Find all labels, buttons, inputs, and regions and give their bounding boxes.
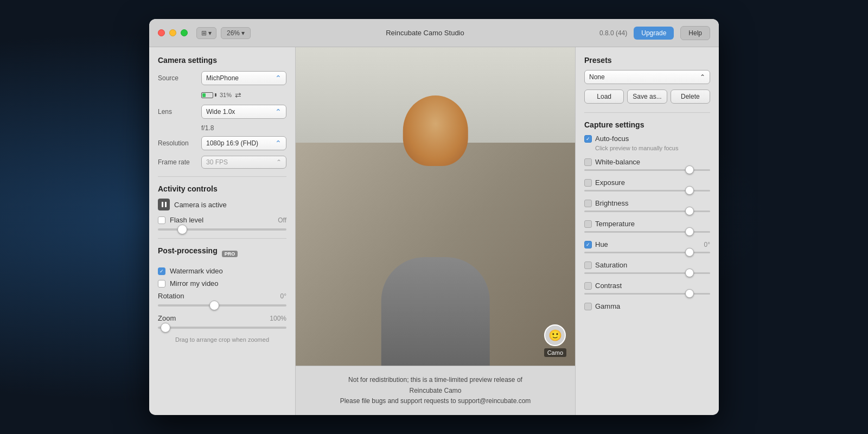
saturation-thumb[interactable] xyxy=(685,269,694,277)
notice-line2: Reincubate Camo xyxy=(409,387,461,394)
lens-select[interactable]: Wide 1.0x ⌃ xyxy=(201,105,286,119)
gamma-label: Gamma xyxy=(595,302,710,310)
flash-row: Flash level Off xyxy=(158,216,286,224)
zoom-label-left: Zoom xyxy=(158,314,176,322)
post-processing-header: Post-processing PRO xyxy=(158,246,286,261)
save-as-button[interactable]: Save as... xyxy=(627,90,667,104)
left-panel: Camera settings Source MichPhone ⌃ 31% ⇄ xyxy=(149,47,296,415)
resolution-select[interactable]: 1080p 16:9 (FHD) ⌃ xyxy=(201,136,286,150)
person-head xyxy=(403,95,468,166)
exposure-setting: Exposure xyxy=(584,178,710,192)
center-panel: 🙂 Camo Not for redistribution; this is a… xyxy=(296,47,575,415)
flash-slider-thumb[interactable] xyxy=(177,225,187,234)
exposure-header: Exposure xyxy=(584,178,710,187)
camo-avatar: 🙂 xyxy=(544,324,566,346)
layout-icon: ⊞ xyxy=(201,29,207,37)
contrast-label: Contrast xyxy=(595,282,710,290)
load-button[interactable]: Load xyxy=(584,90,624,104)
hue-setting: Hue 0° xyxy=(584,240,710,253)
capture-settings-title: Capture settings xyxy=(584,120,710,129)
divider-2 xyxy=(158,238,286,239)
contrast-slider[interactable] xyxy=(584,293,710,295)
camo-overlay: 🙂 Camo xyxy=(544,324,566,357)
presets-select[interactable]: None ⌃ xyxy=(584,70,710,84)
mirror-checkbox[interactable] xyxy=(158,280,165,288)
watermark-checkbox[interactable] xyxy=(158,267,165,275)
camera-active-row: Camera is active xyxy=(158,199,286,210)
upgrade-button[interactable]: Upgrade xyxy=(634,27,674,40)
exposure-slider[interactable] xyxy=(584,190,710,192)
exposure-label: Exposure xyxy=(595,178,710,187)
frame-rate-select: 30 FPS ⌃ xyxy=(201,156,286,169)
activity-title: Activity controls xyxy=(158,184,286,193)
delete-button[interactable]: Delete xyxy=(671,90,710,104)
pause-button[interactable] xyxy=(158,199,170,210)
temperature-header: Temperature xyxy=(584,220,710,228)
brightness-thumb[interactable] xyxy=(685,207,694,215)
focal-ratio: f/1.8 xyxy=(201,124,286,132)
battery-row: 31% ⇄ xyxy=(201,91,286,99)
saturation-setting: Saturation xyxy=(584,261,710,274)
zoom-slider[interactable] xyxy=(158,327,286,329)
saturation-slider[interactable] xyxy=(584,272,710,274)
saturation-checkbox[interactable] xyxy=(584,261,592,269)
white-balance-slider[interactable] xyxy=(584,169,710,171)
battery-tip xyxy=(215,93,216,97)
autofocus-checkbox[interactable] xyxy=(584,135,592,143)
white-balance-setting: White-balance xyxy=(584,158,710,171)
activity-section: Activity controls Camera is active Flash… xyxy=(158,184,286,231)
flash-slider[interactable] xyxy=(158,228,286,231)
source-row: Source MichPhone ⌃ xyxy=(158,71,286,85)
temperature-thumb[interactable] xyxy=(685,227,694,236)
hue-slider[interactable] xyxy=(584,252,710,253)
temperature-slider[interactable] xyxy=(584,231,710,233)
contrast-thumb[interactable] xyxy=(685,289,694,298)
pause-bar-1 xyxy=(162,202,163,207)
contrast-checkbox[interactable] xyxy=(584,282,592,290)
source-label: Source xyxy=(158,74,201,82)
lens-value: Wide 1.0x xyxy=(206,108,235,116)
flash-checkbox[interactable] xyxy=(158,216,165,224)
person xyxy=(337,79,533,366)
zoom-slider-thumb[interactable] xyxy=(161,323,170,333)
brightness-setting: Brightness xyxy=(584,199,710,212)
zoom-row: Zoom 100% xyxy=(158,314,286,322)
white-balance-checkbox[interactable] xyxy=(584,158,592,166)
frame-rate-value: 30 FPS xyxy=(206,158,228,166)
help-button[interactable]: Help xyxy=(680,26,710,40)
camera-active-text: Camera is active xyxy=(174,201,227,209)
hue-checkbox[interactable] xyxy=(584,241,592,248)
bottom-notice: Not for redistribution; this is a time-l… xyxy=(296,366,575,415)
rotation-slider-thumb[interactable] xyxy=(209,301,219,310)
temperature-checkbox[interactable] xyxy=(584,220,592,228)
brightness-checkbox[interactable] xyxy=(584,200,592,207)
divider-1 xyxy=(158,176,286,177)
video-area[interactable]: 🙂 Camo xyxy=(296,47,575,366)
minimize-button[interactable] xyxy=(169,29,176,36)
notice-line3: Please file bugs and support requests to… xyxy=(340,397,531,405)
maximize-button[interactable] xyxy=(181,29,188,36)
source-select[interactable]: MichPhone ⌃ xyxy=(201,71,286,85)
presets-arrow-icon: ⌃ xyxy=(700,73,705,81)
hue-thumb[interactable] xyxy=(685,248,694,257)
white-balance-thumb[interactable] xyxy=(685,165,694,174)
close-button[interactable] xyxy=(158,29,165,36)
gamma-checkbox[interactable] xyxy=(584,303,592,310)
saturation-label: Saturation xyxy=(595,261,710,269)
mirror-label: Mirror my video xyxy=(170,279,219,288)
frame-rate-label: Frame rate xyxy=(158,158,201,166)
hue-value: 0° xyxy=(704,241,710,248)
flash-off-text: Off xyxy=(278,216,286,224)
exposure-checkbox[interactable] xyxy=(584,179,592,187)
contrast-setting: Contrast xyxy=(584,282,710,295)
zoom-button[interactable]: 26% ▾ xyxy=(221,27,251,39)
traffic-lights xyxy=(158,29,188,36)
brightness-slider[interactable] xyxy=(584,210,710,212)
layout-button[interactable]: ⊞ ▾ xyxy=(196,27,216,39)
exposure-thumb[interactable] xyxy=(685,186,694,195)
battery-fill xyxy=(202,93,206,97)
rotation-slider[interactable] xyxy=(158,304,286,307)
titlebar: ⊞ ▾ 26% ▾ Reincubate Camo Studio 0.8.0 (… xyxy=(149,19,719,47)
post-processing-title: Post-processing xyxy=(158,246,218,255)
source-value: MichPhone xyxy=(206,74,239,82)
